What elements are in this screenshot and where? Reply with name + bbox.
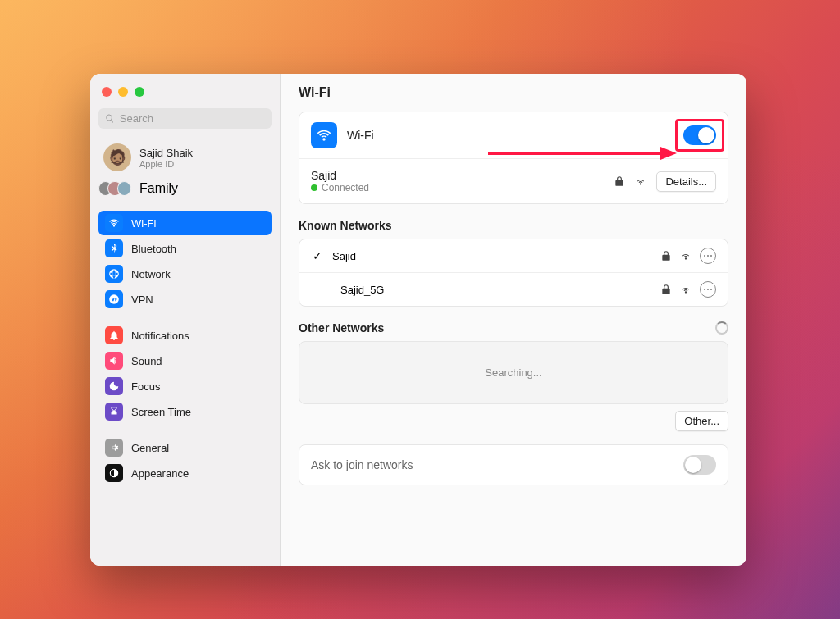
- sidebar-item-network[interactable]: Network: [98, 262, 272, 286]
- other-networks-panel: Searching...: [299, 341, 728, 404]
- avatar: 🧔🏽: [103, 143, 131, 171]
- main-content: Wi-Fi Wi-Fi Sajid: [281, 74, 746, 566]
- known-networks-title: Known Networks: [299, 219, 728, 232]
- wifi-signal-icon: [635, 175, 646, 187]
- sidebar-group-prefs: General Appearance: [98, 435, 272, 485]
- current-network-status: Connected: [311, 182, 604, 193]
- sidebar-item-bluetooth[interactable]: Bluetooth: [98, 236, 272, 261]
- sidebar-item-label: Appearance: [131, 467, 189, 480]
- gear-icon: [105, 439, 123, 457]
- vpn-icon: [105, 290, 123, 308]
- sidebar-item-label: General: [131, 442, 169, 454]
- details-button[interactable]: Details...: [656, 171, 716, 192]
- ask-to-join-toggle[interactable]: [683, 455, 716, 475]
- wifi-signal-icon: [680, 284, 692, 295]
- searching-label: Searching...: [485, 366, 541, 379]
- sidebar-item-appearance[interactable]: Appearance: [98, 461, 272, 485]
- lock-icon: [660, 250, 672, 262]
- close-window-button[interactable]: [102, 87, 112, 97]
- sidebar-item-label: Network: [131, 268, 171, 280]
- family-avatars-icon: [103, 181, 131, 196]
- ask-to-join-label: Ask to join networks: [311, 458, 675, 471]
- globe-icon: [105, 265, 123, 283]
- wifi-row-label: Wi-Fi: [347, 129, 673, 142]
- loading-spinner-icon: [715, 321, 728, 335]
- sidebar-item-label: Sound: [131, 355, 162, 367]
- status-dot-icon: [311, 184, 317, 191]
- sidebar-item-screentime[interactable]: Screen Time: [98, 399, 272, 424]
- lock-icon: [614, 175, 625, 187]
- search-icon: [105, 113, 115, 124]
- known-networks-panel: ✓ Sajid ⋯ Sajid_5G ⋯: [299, 239, 728, 307]
- network-name: Sajid_5G: [332, 284, 652, 296]
- hourglass-icon: [105, 403, 123, 421]
- family-row[interactable]: Family: [98, 178, 272, 199]
- lock-icon: [660, 284, 672, 295]
- sidebar-item-wifi[interactable]: Wi-Fi: [98, 211, 272, 235]
- sidebar-item-sound[interactable]: Sound: [98, 348, 272, 373]
- sidebar-item-label: Notifications: [131, 330, 189, 342]
- sidebar-item-general[interactable]: General: [98, 435, 272, 460]
- appearance-icon: [105, 464, 123, 482]
- more-options-button[interactable]: ⋯: [700, 281, 716, 298]
- window-controls: [98, 82, 272, 108]
- bluetooth-icon: [105, 239, 123, 257]
- wifi-toggle[interactable]: [683, 125, 716, 145]
- network-name: Sajid: [332, 250, 652, 262]
- sidebar-group-system: Notifications Sound Focus Screen Time: [98, 323, 272, 424]
- profile-sub: Apple ID: [139, 159, 193, 169]
- family-label: Family: [139, 181, 178, 196]
- search-input[interactable]: [120, 112, 265, 125]
- settings-window: 🧔🏽 Sajid Shaik Apple ID Family Wi-Fi B: [90, 74, 746, 566]
- bell-icon: [105, 326, 123, 344]
- profile-name: Sajid Shaik: [139, 147, 193, 159]
- wifi-icon: [105, 214, 123, 232]
- wifi-icon: [311, 122, 337, 148]
- wifi-signal-icon: [680, 250, 692, 262]
- sidebar: 🧔🏽 Sajid Shaik Apple ID Family Wi-Fi B: [90, 74, 281, 566]
- other-networks-title: Other Networks: [299, 321, 384, 335]
- apple-id-row[interactable]: 🧔🏽 Sajid Shaik Apple ID: [98, 140, 272, 175]
- sidebar-item-vpn[interactable]: VPN: [98, 287, 272, 312]
- ask-to-join-row[interactable]: Ask to join networks: [299, 444, 728, 485]
- other-network-button[interactable]: Other...: [675, 411, 728, 431]
- speaker-icon: [105, 352, 123, 370]
- sidebar-item-focus[interactable]: Focus: [98, 374, 272, 398]
- moon-icon: [105, 377, 123, 395]
- more-options-button[interactable]: ⋯: [700, 248, 716, 264]
- sidebar-group-network: Wi-Fi Bluetooth Network VPN: [98, 211, 272, 312]
- sidebar-item-notifications[interactable]: Notifications: [98, 323, 272, 348]
- sidebar-item-label: Wi-Fi: [131, 217, 156, 230]
- known-network-row[interactable]: Sajid_5G ⋯: [299, 273, 728, 306]
- sidebar-item-label: VPN: [131, 294, 153, 306]
- minimize-window-button[interactable]: [118, 87, 128, 97]
- search-field[interactable]: [98, 108, 272, 129]
- checkmark-icon: ✓: [311, 249, 324, 262]
- sidebar-item-label: Focus: [131, 380, 160, 393]
- sidebar-item-label: Bluetooth: [131, 243, 176, 255]
- known-network-row[interactable]: ✓ Sajid ⋯: [299, 239, 728, 273]
- page-title: Wi-Fi: [299, 85, 728, 100]
- sidebar-item-label: Screen Time: [131, 406, 191, 418]
- wifi-status-panel: Wi-Fi Sajid Connected: [299, 112, 728, 204]
- maximize-window-button[interactable]: [135, 87, 144, 97]
- current-network-name: Sajid: [311, 169, 604, 182]
